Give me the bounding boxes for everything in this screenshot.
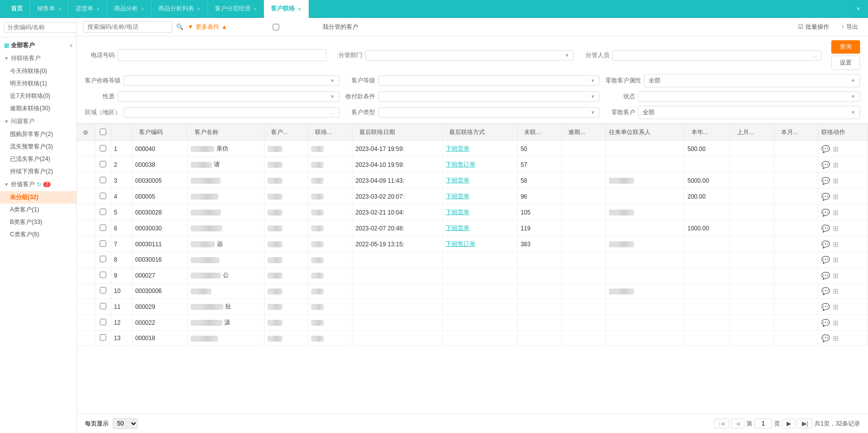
- price-level-select[interactable]: ▼: [124, 75, 339, 86]
- sidebar-item-today[interactable]: 今天待联络(0): [0, 65, 76, 77]
- apps-icon[interactable]: ⊞: [833, 209, 839, 216]
- row-select-checkbox[interactable]: [100, 224, 106, 231]
- tab-purchase[interactable]: 进货单 ×: [68, 0, 107, 18]
- close-icon[interactable]: ×: [96, 6, 99, 12]
- sidebar-item-overdue[interactable]: 逾期未联络(30): [0, 102, 76, 115]
- code-column-header[interactable]: :客户编码: [132, 124, 188, 141]
- pending-contact-group[interactable]: ▼ 待联络客户: [0, 52, 76, 65]
- apps-icon[interactable]: ⊞: [833, 256, 839, 264]
- row-select-checkbox[interactable]: [100, 145, 106, 151]
- chat-icon[interactable]: 💬: [821, 193, 830, 201]
- page-number-input[interactable]: [754, 419, 772, 429]
- first-page-button[interactable]: |◀: [714, 419, 729, 429]
- last-contact-date-column-header[interactable]: :最后联络日期: [352, 124, 443, 141]
- tab-sales[interactable]: 销售单 ×: [30, 0, 68, 18]
- export-button[interactable]: ↑ 导出: [837, 21, 862, 33]
- row-select-checkbox[interactable]: [100, 161, 106, 167]
- apps-icon[interactable]: ⊞: [833, 161, 839, 169]
- apps-icon[interactable]: ⊞: [833, 145, 839, 153]
- zero-attr-select[interactable]: 全部▼: [644, 74, 860, 87]
- row-select-checkbox[interactable]: [100, 256, 106, 262]
- close-icon[interactable]: ×: [58, 6, 61, 12]
- sidebar-item-abnormal[interactable]: 囤购异常客户(2): [0, 128, 76, 141]
- apps-icon[interactable]: ⊞: [833, 303, 839, 311]
- apps-icon[interactable]: ⊞: [833, 272, 839, 280]
- sidebar-item-group-b[interactable]: B类客户(33): [0, 216, 76, 228]
- chat-icon[interactable]: 💬: [821, 209, 830, 216]
- window-close-button[interactable]: ×: [853, 3, 864, 14]
- prev-page-button[interactable]: ◀: [731, 419, 744, 429]
- tab-customer-contact[interactable]: 客户联络 ×: [264, 0, 308, 18]
- search-input[interactable]: [83, 21, 172, 33]
- chat-icon[interactable]: 💬: [821, 177, 830, 185]
- tab-product-analysis-list[interactable]: 商品分析列表 ×: [151, 0, 207, 18]
- tab-product-analysis[interactable]: 商品分析 ×: [107, 0, 151, 18]
- apps-icon[interactable]: ⊞: [833, 240, 839, 248]
- apps-icon[interactable]: ⊞: [833, 334, 839, 342]
- customer-level-select[interactable]: ▼: [378, 75, 600, 86]
- row-select-checkbox[interactable]: [100, 287, 106, 293]
- sidebar-item-declining[interactable]: 持续下滑客户(2): [0, 165, 76, 178]
- dept-select[interactable]: ▼: [365, 50, 574, 61]
- gender-select[interactable]: ▼: [118, 91, 339, 102]
- query-button[interactable]: 查询: [831, 40, 860, 54]
- phone-input[interactable]: [118, 49, 327, 61]
- refresh-icon[interactable]: ↻: [37, 181, 41, 188]
- payment-select[interactable]: ▼: [378, 91, 600, 102]
- per-page-select[interactable]: 50 100: [113, 418, 138, 429]
- sidebar-item-churned[interactable]: 已流失客户(24): [0, 153, 76, 165]
- close-icon[interactable]: ×: [141, 6, 144, 12]
- apps-icon[interactable]: ⊞: [833, 177, 839, 185]
- apps-icon[interactable]: ⊞: [833, 224, 839, 232]
- tab-home[interactable]: 首页: [4, 0, 30, 18]
- close-icon[interactable]: ×: [197, 6, 200, 12]
- sidebar-item-churn-warning[interactable]: 流失预警客户(3): [0, 141, 76, 153]
- chat-icon[interactable]: 💬: [821, 272, 830, 280]
- apps-icon[interactable]: ⊞: [833, 287, 839, 295]
- batch-operations-button[interactable]: ☑ 批量操作: [794, 21, 833, 33]
- sidebar-item-group-a[interactable]: A类客户(1): [0, 204, 76, 216]
- chat-icon[interactable]: 💬: [821, 145, 830, 153]
- row-select-checkbox[interactable]: [100, 303, 106, 309]
- chat-icon[interactable]: 💬: [821, 334, 830, 342]
- settings-column-header[interactable]: ⚙: [77, 124, 95, 141]
- sidebar-item-group-c[interactable]: C类客户(6): [0, 228, 76, 241]
- chat-icon[interactable]: 💬: [821, 161, 830, 169]
- zero-customer-select[interactable]: 全部▼: [638, 106, 860, 119]
- tab-customer-segment[interactable]: 客户分层经营 ×: [208, 0, 264, 18]
- customer-type-select[interactable]: ▼: [378, 107, 600, 118]
- sidebar-search-input[interactable]: [4, 22, 77, 33]
- last-page-button[interactable]: ▶|: [798, 419, 812, 429]
- close-icon[interactable]: ×: [298, 6, 301, 12]
- sidebar-item-ungroup[interactable]: 未分组(32): [0, 191, 76, 204]
- my-customers-checkbox[interactable]: [231, 24, 321, 30]
- row-select-checkbox[interactable]: [100, 177, 106, 183]
- row-select-checkbox[interactable]: [100, 334, 106, 341]
- sidebar-item-tomorrow[interactable]: 明天待联络(1): [0, 77, 76, 90]
- filter-search-icon[interactable]: 🔍: [176, 23, 184, 30]
- manager-select[interactable]: ...: [612, 50, 821, 61]
- chat-icon[interactable]: 💬: [821, 287, 830, 295]
- sidebar-item-7days[interactable]: 近7天待联络(0): [0, 90, 76, 102]
- row-select-checkbox[interactable]: [100, 319, 106, 325]
- chat-icon[interactable]: 💬: [821, 303, 830, 311]
- row-select-checkbox[interactable]: [100, 193, 106, 199]
- chat-icon[interactable]: 💬: [821, 319, 830, 327]
- apps-icon[interactable]: ⊞: [833, 193, 839, 201]
- score-customers-group[interactable]: ▼ 价值客户 ↻ 7: [0, 178, 76, 191]
- status-select[interactable]: ▼: [638, 91, 860, 102]
- apps-icon[interactable]: ⊞: [833, 319, 839, 327]
- row-select-checkbox[interactable]: [100, 209, 106, 215]
- next-page-button[interactable]: ▶: [782, 419, 796, 429]
- all-customers-header[interactable]: ⊞ 全部客户 «: [0, 37, 76, 52]
- reset-button[interactable]: 设置: [831, 56, 860, 70]
- chat-icon[interactable]: 💬: [821, 256, 830, 264]
- chat-icon[interactable]: 💬: [821, 224, 830, 232]
- select-all-checkbox[interactable]: [100, 129, 106, 135]
- row-select-checkbox[interactable]: [100, 240, 106, 247]
- region-select[interactable]: ...: [124, 107, 339, 118]
- name-column-header[interactable]: :客户名称: [188, 124, 264, 141]
- chat-icon[interactable]: 💬: [821, 240, 830, 248]
- problem-customers-group[interactable]: ▼ 问题客户: [0, 115, 76, 128]
- row-select-checkbox[interactable]: [100, 272, 106, 278]
